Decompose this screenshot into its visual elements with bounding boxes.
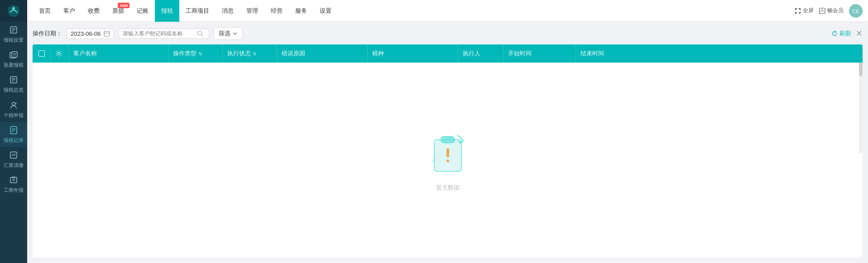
table-header-client-name: 客户名称: [69, 44, 168, 63]
member-button[interactable]: 畅会员: [819, 7, 844, 15]
topnav-right: 全屏 畅会员 CE: [795, 4, 863, 18]
settings-icon[interactable]: [55, 50, 62, 57]
svg-point-1: [12, 7, 15, 10]
svg-point-41: [446, 160, 449, 162]
scrollbar-track[interactable]: [859, 63, 863, 153]
svg-rect-25: [12, 176, 13, 178]
sidebar-item-personal-tax[interactable]: + 个税申报: [0, 97, 27, 122]
table-header-error-reason: 错误原因: [277, 44, 368, 63]
close-button[interactable]: ✕: [856, 29, 863, 38]
topnav: 首页 客户 收费 票据 new 记账 报税 工商项目 消息: [27, 0, 868, 22]
fullscreen-icon: [795, 8, 801, 14]
settlement-icon: [9, 151, 18, 161]
topnav-items: 首页 客户 收费 票据 new 记账 报税 工商项目 消息: [33, 0, 795, 22]
sidebar-item-label: 工商年报: [4, 187, 24, 193]
svg-rect-30: [104, 31, 110, 36]
sidebar-item-label: 报税设置: [4, 37, 24, 43]
topnav-item-customer[interactable]: 客户: [57, 0, 82, 22]
search-input[interactable]: [123, 30, 195, 37]
calendar-icon: [104, 30, 110, 37]
refresh-icon: [831, 30, 838, 37]
sidebar-item-label: 个税申报: [4, 112, 24, 118]
empty-text: 暂无数据: [436, 184, 460, 192]
topnav-item-settings[interactable]: 设置: [313, 0, 338, 22]
topnav-item-bookkeeping[interactable]: 记账: [130, 0, 155, 22]
tax-records-icon: [9, 126, 18, 136]
invoice-badge: new: [118, 3, 129, 8]
table-body: 暂无数据: [33, 63, 863, 258]
svg-rect-26: [14, 176, 15, 178]
svg-text:CE: CE: [852, 9, 859, 14]
scrollbar-thumb[interactable]: [859, 63, 863, 76]
date-label: 操作日期：: [33, 29, 62, 38]
empty-illustration: [425, 128, 470, 178]
search-box: [119, 29, 209, 39]
sidebar-item-tax-overview[interactable]: 报税总览: [0, 72, 27, 97]
svg-rect-39: [441, 136, 455, 143]
select-all-checkbox[interactable]: [38, 50, 45, 57]
batch-tax-icon: [9, 50, 18, 61]
table-header-checkbox: [33, 44, 51, 63]
sidebar-item-label: 汇算清缴: [4, 162, 24, 168]
topnav-item-home[interactable]: 首页: [33, 0, 57, 22]
sidebar-item-tax-records[interactable]: 报税记录: [0, 122, 27, 147]
sort-icon: ⇅: [253, 51, 256, 56]
svg-rect-7: [12, 52, 17, 57]
main-area: 首页 客户 收费 票据 new 记账 报税 工商项目 消息: [27, 0, 868, 263]
svg-point-14: [12, 102, 15, 105]
svg-point-0: [8, 5, 19, 17]
svg-rect-22: [10, 177, 17, 183]
filter-button[interactable]: 筛选: [214, 27, 243, 40]
table-header-tax-type: 税种: [368, 44, 458, 63]
topnav-item-operations[interactable]: 经营: [264, 0, 289, 22]
sort-icon: ⇅: [198, 51, 202, 56]
sidebar-logo[interactable]: [0, 0, 27, 22]
fullscreen-button[interactable]: 全屏: [795, 7, 814, 15]
personal-tax-icon: +: [9, 101, 18, 111]
table-header-start-time: 开始时间: [504, 44, 576, 63]
table-header-operation-type[interactable]: 操作类型 ⇅: [168, 44, 223, 63]
svg-rect-42: [446, 148, 449, 157]
topnav-item-business[interactable]: 工商项目: [179, 0, 216, 22]
svg-rect-27: [820, 8, 825, 14]
svg-point-36: [58, 53, 60, 55]
table-header: 客户名称 操作类型 ⇅ 执行状态 ⇅ 错误原因 税种 执行人: [33, 44, 863, 63]
tax-settings-icon: [9, 25, 18, 36]
topnav-item-billing[interactable]: 收费: [82, 0, 106, 22]
sidebar-item-annual-report[interactable]: 工商年报: [0, 172, 27, 197]
svg-rect-21: [10, 152, 17, 158]
toolbar: 操作日期： 2023-06-06 筛选: [33, 27, 863, 40]
avatar[interactable]: CE: [849, 4, 863, 18]
sidebar: 报税设置 批量报税 报税总览: [0, 0, 27, 263]
topnav-item-services[interactable]: 服务: [289, 0, 313, 22]
table: 客户名称 操作类型 ⇅ 执行状态 ⇅ 错误原因 税种 执行人: [33, 44, 863, 258]
sidebar-item-label: 报税记录: [4, 137, 24, 143]
topnav-item-messages[interactable]: 消息: [216, 0, 240, 22]
topnav-item-management[interactable]: 管理: [240, 0, 264, 22]
topnav-item-invoice[interactable]: 票据 new: [106, 0, 130, 22]
svg-point-34: [197, 31, 201, 35]
svg-line-35: [201, 35, 203, 37]
date-picker[interactable]: 2023-06-06: [67, 29, 114, 39]
sidebar-item-tax-settings[interactable]: 报税设置: [0, 22, 27, 47]
table-header-executor: 执行人: [458, 44, 504, 63]
topnav-item-tax[interactable]: 报税: [155, 0, 179, 22]
sidebar-item-settlement[interactable]: 汇算清缴: [0, 147, 27, 172]
sidebar-item-label: 报税总览: [4, 87, 24, 93]
table-header-exec-status[interactable]: 执行状态 ⇅: [223, 44, 277, 63]
sidebar-item-batch-tax[interactable]: 批量报税: [0, 47, 27, 72]
content: 操作日期： 2023-06-06 筛选: [27, 22, 868, 263]
toolbar-right: 刷新 ✕: [831, 29, 863, 38]
chevron-down-icon: [232, 31, 238, 36]
table-header-end-time: 结束时间: [576, 44, 648, 63]
table-header-settings: [51, 44, 69, 63]
sidebar-item-label: 批量报税: [4, 62, 24, 68]
refresh-button[interactable]: 刷新: [831, 29, 851, 38]
annual-report-icon: [9, 175, 18, 186]
search-icon[interactable]: [197, 30, 203, 37]
date-value: 2023-06-06: [71, 30, 101, 37]
member-icon: [819, 8, 825, 14]
tax-overview-icon: [9, 75, 18, 86]
